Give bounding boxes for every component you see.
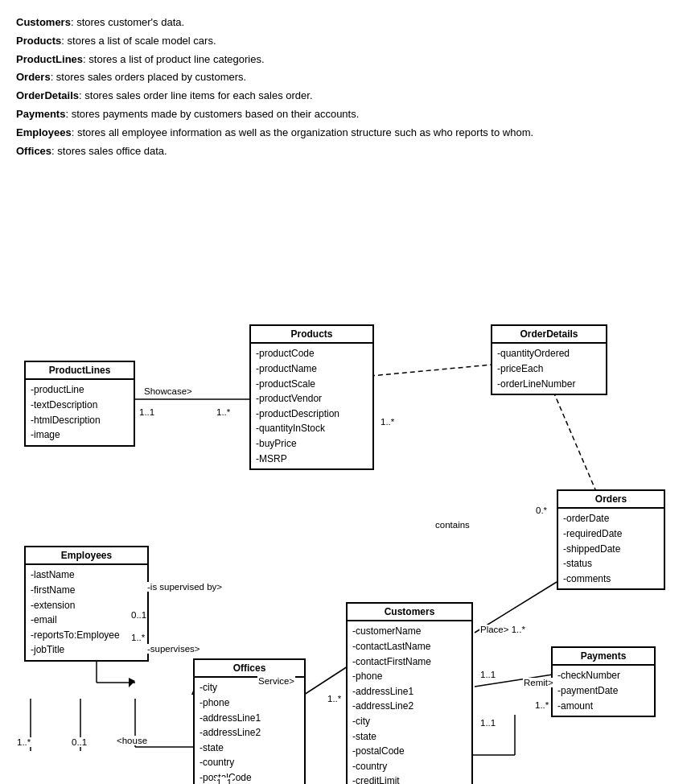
- label-service: Service>: [257, 676, 295, 686]
- label-11-cust-bottom: 1..1: [479, 718, 496, 728]
- box-orderdetails-body: -quantityOrdered -priceEach -orderLineNu…: [492, 344, 606, 394]
- box-offices-body: -city -phone -addressLine1 -addressLine2…: [195, 678, 304, 784]
- label-0star-orders: 0.*: [535, 505, 548, 515]
- label-showcase: Showcase>: [143, 386, 193, 396]
- box-productlines-title: ProductLines: [26, 362, 134, 380]
- label-11-cust-orders: 1..1: [479, 670, 496, 679]
- box-products-body: -productCode -productName -productScale …: [251, 344, 372, 468]
- box-productlines: ProductLines -productLine -textDescripti…: [24, 361, 135, 446]
- box-orders: Orders -orderDate -requiredDate -shipped…: [557, 489, 665, 590]
- svg-line-11: [304, 666, 348, 695]
- box-orders-body: -orderDate -requiredDate -shippedDate -s…: [558, 509, 664, 588]
- uml-diagram: ProductLines -productLine -textDescripti…: [16, 184, 671, 763]
- box-customers: Customers -customerName -contactLastName…: [346, 602, 473, 784]
- label-supervises: -supervises>: [146, 644, 201, 654]
- label-1star-payments: 1..*: [534, 700, 549, 710]
- box-products: Products -productCode -productName -prod…: [249, 324, 374, 470]
- box-employees: Employees -lastName -firstName -extensio…: [24, 546, 149, 662]
- box-payments: Payments -checkNumber -paymentDate -amou…: [551, 646, 656, 717]
- svg-marker-6: [129, 678, 135, 687]
- box-orderdetails-title: OrderDetails: [492, 326, 606, 344]
- label-remit: Remit>: [523, 678, 554, 687]
- label-supervised: -is supervised by>: [146, 582, 223, 592]
- box-employees-body: -lastName -firstName -extension -email -…: [26, 565, 147, 660]
- label-1star-orderdetails: 1..*: [380, 417, 395, 427]
- svg-line-1: [362, 365, 492, 377]
- label-01-bottom: 0..1: [71, 737, 88, 747]
- label-11-offices: 1..1: [216, 778, 232, 784]
- box-productlines-body: -productLine -textDescription -htmlDescr…: [26, 380, 134, 444]
- label-contains: contains: [434, 520, 471, 530]
- label-1star-bottom: 1..*: [16, 737, 31, 747]
- description-section: Customers: stores customer's data. Produ…: [16, 14, 671, 159]
- box-offices-title: Offices: [195, 660, 304, 678]
- label-1star-products: 1..*: [216, 407, 231, 417]
- box-payments-body: -checkNumber -paymentDate -amount: [553, 666, 654, 716]
- box-orderdetails: OrderDetails -quantityOrdered -priceEach…: [491, 324, 607, 395]
- label-1star-offices: 1..*: [327, 694, 342, 704]
- label-01-emp: 0..1: [130, 610, 147, 620]
- label-house: <house: [116, 736, 148, 745]
- box-orders-title: Orders: [558, 491, 664, 509]
- box-products-title: Products: [251, 326, 372, 344]
- label-place: Place> 1..*: [479, 625, 526, 634]
- label-11-productlines: 1..1: [138, 407, 155, 417]
- box-employees-title: Employees: [26, 547, 147, 565]
- box-payments-title: Payments: [553, 648, 654, 666]
- label-1star-emp: 1..*: [130, 633, 146, 642]
- box-customers-body: -customerName -contactLastName -contactF…: [348, 621, 471, 784]
- box-customers-title: Customers: [348, 604, 471, 621]
